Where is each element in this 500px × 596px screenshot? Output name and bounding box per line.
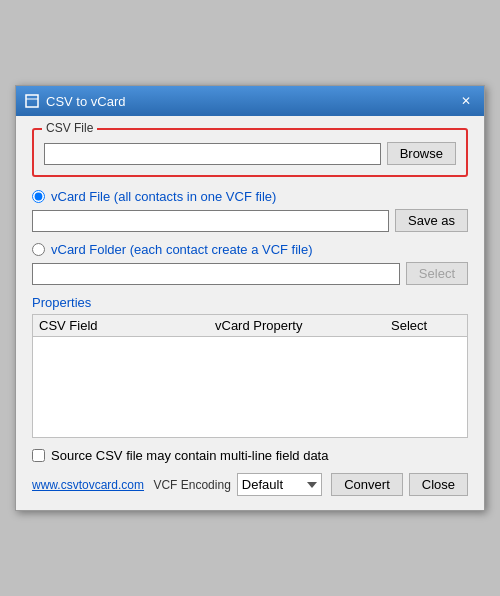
window-title: CSV to vCard [46,94,125,109]
vcf-encoding-group: VCF Encoding Default UTF-8 ASCII Unicode [153,473,321,496]
table-header: CSV Field vCard Property Select [33,315,467,337]
vcf-folder-section: vCard Folder (each contact create a VCF … [32,242,468,285]
properties-section: Properties CSV Field vCard Property Sele… [32,295,468,438]
csv-file-input[interactable] [44,143,381,165]
vcf-encoding-label: VCF Encoding [153,478,230,492]
col-select: Select [391,318,461,333]
title-bar-left: CSV to vCard [24,93,125,109]
main-window: CSV to vCard ✕ CSV File Browse vCard Fil… [15,85,485,511]
encoding-dropdown[interactable]: Default UTF-8 ASCII Unicode [237,473,322,496]
properties-table: CSV Field vCard Property Select [32,314,468,438]
csv-file-label: CSV File [42,121,97,135]
multiline-checkbox-row: Source CSV file may contain multi-line f… [32,448,468,463]
dialog-close-button[interactable]: Close [409,473,468,496]
svg-rect-0 [26,95,38,107]
vcf-file-radio-row: vCard File (all contacts in one VCF file… [32,189,468,204]
vcf-file-input-row: Save as [32,209,468,232]
vcf-file-input[interactable] [32,210,389,232]
properties-label: Properties [32,295,468,310]
window-content: CSV File Browse vCard File (all contacts… [16,116,484,510]
vcf-folder-input-row: Select [32,262,468,285]
app-icon [24,93,40,109]
title-bar: CSV to vCard ✕ [16,86,484,116]
bottom-area: Source CSV file may contain multi-line f… [32,448,468,496]
vcf-folder-input[interactable] [32,263,400,285]
browse-button[interactable]: Browse [387,142,456,165]
vcf-file-section: vCard File (all contacts in one VCF file… [32,189,468,232]
col-vcard-property: vCard Property [215,318,391,333]
multiline-label: Source CSV file may contain multi-line f… [51,448,328,463]
vcf-folder-radio-row: vCard Folder (each contact create a VCF … [32,242,468,257]
col-csv-field: CSV Field [39,318,215,333]
vcf-file-radio[interactable] [32,190,45,203]
table-body [33,337,467,437]
vcf-folder-radio[interactable] [32,243,45,256]
convert-button[interactable]: Convert [331,473,403,496]
close-icon[interactable]: ✕ [456,91,476,111]
footer-row: www.csvtovcard.com VCF Encoding Default … [32,473,468,496]
vcf-folder-radio-label: vCard Folder (each contact create a VCF … [51,242,313,257]
footer-buttons: Convert Close [331,473,468,496]
multiline-checkbox[interactable] [32,449,45,462]
select-button[interactable]: Select [406,262,468,285]
csv-input-row: Browse [44,142,456,165]
csv-file-group: CSV File Browse [32,128,468,177]
save-as-button[interactable]: Save as [395,209,468,232]
vcf-file-radio-label: vCard File (all contacts in one VCF file… [51,189,276,204]
website-link[interactable]: www.csvtovcard.com [32,478,144,492]
